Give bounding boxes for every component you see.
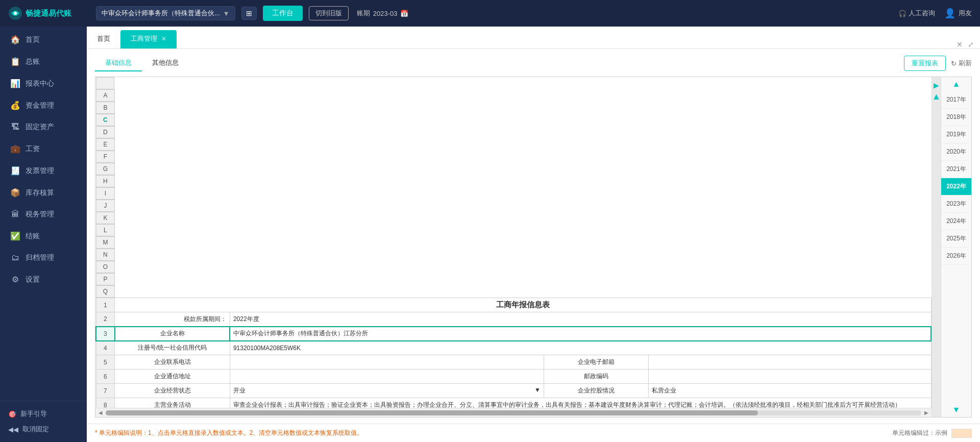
sidebar-item-close[interactable]: ✅ 结账 xyxy=(0,225,87,247)
tabbar: 首页 工商管理 ✕ ✕ ⤢ xyxy=(87,27,980,49)
email-value[interactable] xyxy=(648,355,931,370)
col-header-K[interactable]: K xyxy=(96,212,115,224)
year-item-2023[interactable]: 2023年 xyxy=(941,195,971,213)
reg-no-value[interactable]: 91320100MA208E5W6K xyxy=(230,341,931,355)
expand-up-icon[interactable]: ▲ xyxy=(932,91,941,102)
year-item-2017[interactable]: 2017年 xyxy=(941,91,971,109)
grid-scroll[interactable]: A B C D E F G H I J xyxy=(95,77,932,408)
company-name-input[interactable]: 中审众环会计师事务所（特殊普通合伙）江苏分所 xyxy=(230,327,931,341)
sidebar-item-payroll[interactable]: 💼 工资 xyxy=(0,138,87,160)
year-item-2022[interactable]: 2022年 xyxy=(941,178,971,195)
col-header-O[interactable]: O xyxy=(96,261,115,273)
phone-value[interactable] xyxy=(230,355,544,370)
col-header-D[interactable]: D xyxy=(96,126,115,138)
sidebar-unpin[interactable]: ◀◀ 取消固定 xyxy=(8,422,79,437)
table-row: 3 企业名称 中审众环会计师事务所（特殊普通合伙）江苏分所 xyxy=(96,327,931,341)
year-scroll-down-button[interactable]: ▼ xyxy=(941,403,971,417)
table-row: 1 工商年报信息表 xyxy=(96,298,931,312)
user-label: 用友 xyxy=(959,9,972,18)
year-item-2024[interactable]: 2024年 xyxy=(941,213,971,230)
sub-tab-other[interactable]: 其他信息 xyxy=(142,55,189,71)
row-num-5: 5 xyxy=(96,355,115,370)
table-row: 5 企业联系电话 企业电子邮箱 xyxy=(96,355,931,370)
tax-icon: 🏛 xyxy=(10,210,20,219)
service-button[interactable]: 🎧 人工咨询 xyxy=(898,9,935,18)
workbench-button[interactable]: 工作台 xyxy=(263,6,303,21)
sidebar-scroll: 🏠 首页 📋 总账 📊 报表中心 💰 资金管理 🏗 固定资产 💼 工资 xyxy=(0,29,87,401)
sidebar-item-report[interactable]: 📊 报表中心 xyxy=(0,72,87,94)
tab-close-icon[interactable]: ✕ xyxy=(161,35,166,42)
year-item-2020[interactable]: 2020年 xyxy=(941,143,971,161)
year-item-2018[interactable]: 2018年 xyxy=(941,109,971,126)
tab-home-label: 首页 xyxy=(97,34,110,43)
reg-no-label: 注册号/统一社会信用代码 xyxy=(115,341,230,355)
sidebar-newbie-guide[interactable]: 🎯 新手引导 xyxy=(8,406,79,422)
sidebar-item-capital[interactable]: 💰 资金管理 xyxy=(0,94,87,116)
hscroll-track[interactable] xyxy=(106,410,921,415)
holding-value[interactable]: 私营企业 xyxy=(648,384,931,398)
year-item-2021[interactable]: 2021年 xyxy=(941,161,971,178)
col-header-F[interactable]: F xyxy=(96,151,115,163)
col-header-M[interactable]: M xyxy=(96,236,115,249)
hscroll-left-icon[interactable]: ◀ xyxy=(97,410,104,415)
sidebar-item-inventory[interactable]: 📦 库存核算 xyxy=(0,182,87,204)
calendar-icon[interactable]: 📅 xyxy=(400,10,408,17)
tab-home[interactable]: 首页 xyxy=(87,30,120,48)
sidebar-item-home[interactable]: 🏠 首页 xyxy=(0,29,87,51)
postcode-value[interactable] xyxy=(648,370,931,384)
sidebar-label-invoice: 发票管理 xyxy=(26,166,54,176)
app-logo: 畅捷通易代账 xyxy=(8,6,90,20)
reset-report-button[interactable]: 重置报表 xyxy=(904,56,946,71)
right-edge-panel: ▶ ▲ xyxy=(932,77,941,417)
col-header-I[interactable]: I xyxy=(96,187,115,200)
col-header-E[interactable]: E xyxy=(96,138,115,151)
main-biz-value[interactable]: 审查企业会计报表；出具审计报告；验证企业资本；出具验资报告；办理企业合开、分立、… xyxy=(230,398,931,408)
spreadsheet-main: A B C D E F G H I J xyxy=(95,77,932,417)
tab-business[interactable]: 工商管理 ✕ xyxy=(120,30,177,48)
sidebar-item-tax[interactable]: 🏛 税务管理 xyxy=(0,204,87,225)
col-header-L[interactable]: L xyxy=(96,224,115,236)
col-header-row: A B C D E F G H I J xyxy=(96,77,931,298)
col-header-N[interactable]: N xyxy=(96,249,115,261)
year-item-2025[interactable]: 2025年 xyxy=(941,230,971,248)
col-header-Q[interactable]: Q xyxy=(96,285,115,298)
col-header-G[interactable]: G xyxy=(96,163,115,175)
window-close-icon[interactable]: ✕ xyxy=(957,40,963,48)
col-header-B[interactable]: B xyxy=(96,102,115,114)
company-icon-button[interactable]: ⊞ xyxy=(241,7,257,20)
sidebar-footer: 🎯 新手引导 ◀◀ 取消固定 xyxy=(0,401,87,442)
refresh-button[interactable]: ↻ 刷新 xyxy=(951,59,972,68)
sidebar-item-invoice[interactable]: 🧾 发票管理 xyxy=(0,160,87,182)
refresh-label: 刷新 xyxy=(959,59,972,68)
col-header-A[interactable]: A xyxy=(96,89,115,102)
sidebar-item-settings[interactable]: ⚙ 设置 xyxy=(0,268,87,290)
col-header-P[interactable]: P xyxy=(96,273,115,285)
col-header-rownum xyxy=(96,77,114,89)
sidebar-label-archive: 归档管理 xyxy=(26,253,54,262)
biz-status-value[interactable]: 开业 ▼ xyxy=(230,384,544,398)
year-item-2026[interactable]: 2026年 xyxy=(941,248,971,265)
col-header-J[interactable]: J xyxy=(96,200,115,212)
user-menu[interactable]: 👤 用友 xyxy=(944,8,972,19)
col-header-C[interactable]: C xyxy=(96,114,115,126)
unpin-label: 取消固定 xyxy=(22,425,49,434)
sidebar-item-archive[interactable]: 🗂 归档管理 xyxy=(0,247,87,268)
year-item-2019[interactable]: 2019年 xyxy=(941,126,971,143)
sub-tab-other-label: 其他信息 xyxy=(152,59,179,66)
tab-business-label: 工商管理 xyxy=(131,34,157,43)
switch-version-button[interactable]: 切到旧版 xyxy=(309,6,349,20)
hscroll-right-icon[interactable]: ▶ xyxy=(923,410,929,415)
sub-tab-basic[interactable]: 基础信息 xyxy=(95,55,142,71)
company-selector[interactable]: 中审众环会计师事务所（特殊普通合伙... ▼ xyxy=(96,6,235,20)
sidebar-item-assets[interactable]: 🏗 固定资产 xyxy=(0,116,87,138)
year-scroll-up-button[interactable]: ▲ xyxy=(941,77,971,91)
spreadsheet-wrapper: A B C D E F G H I J xyxy=(95,77,972,418)
address-value[interactable] xyxy=(230,370,544,384)
content-area: 首页 工商管理 ✕ ✕ ⤢ 基础信息 其他信息 xyxy=(87,27,980,442)
action-buttons: 重置报表 ↻ 刷新 xyxy=(904,56,972,71)
sidebar-item-ledger[interactable]: 📋 总账 xyxy=(0,51,87,72)
collapse-right-icon[interactable]: ▶ xyxy=(934,81,939,89)
col-header-H[interactable]: H xyxy=(96,175,115,187)
sample-cell-display xyxy=(951,429,972,438)
window-expand-icon[interactable]: ⤢ xyxy=(968,40,974,48)
